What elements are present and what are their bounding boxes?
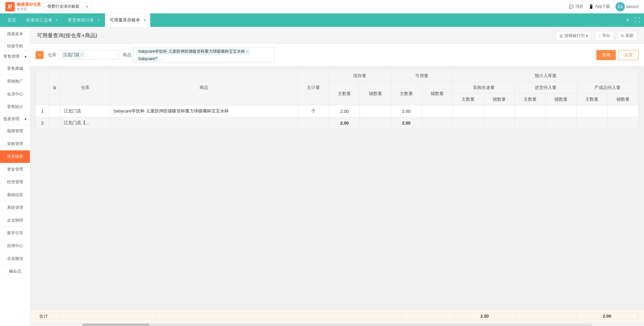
sidebar-item-finance-mgmt[interactable]: 资金管理 (0, 163, 30, 176)
sidebar-item-sys-mgmt[interactable]: 系统管理 (0, 201, 30, 214)
print-icon: 🖨 (559, 34, 563, 38)
sidebar-item-ops-mgmt[interactable]: 经营管理 (0, 176, 30, 189)
close-btn[interactable]: × (625, 16, 631, 25)
sidebar-label-retail-stats: 零售统计 (7, 104, 23, 110)
row-1-arrival-aux (546, 105, 577, 117)
th-purchase-in-group: 预计入库量 (453, 70, 639, 82)
th-purchase-in-sub: 采购在途量 (453, 82, 515, 94)
industry-label: 母婴行业演示账套 (47, 4, 79, 9)
maximize-btn[interactable]: ⛶ (633, 16, 641, 25)
row-2-production-aux (607, 117, 638, 129)
sidebar-item-app-center[interactable]: 应用中心 (0, 240, 30, 252)
filter-expand-btn[interactable]: » (36, 51, 44, 59)
sidebar-item-retail-mall[interactable]: 零售商城 (0, 62, 30, 75)
tab-receive-summary-close[interactable]: × (56, 18, 58, 22)
sidebar-item-new-guide[interactable]: 新手引导 (0, 227, 30, 240)
th-arrival-aux: 辅数量 (546, 94, 577, 105)
sidebar-item-marketing[interactable]: 营销推广 (0, 75, 30, 88)
sidebar-item-enterprise-wechat[interactable]: 企业微信 (0, 252, 30, 265)
sidebar-item-member-center[interactable]: 会员中心 (0, 88, 30, 101)
row-1-available-aux (422, 105, 452, 117)
th-production-aux: 辅数量 (607, 94, 638, 105)
row-2-settings (49, 117, 60, 129)
sidebar-item-vip-member[interactable]: 畅会员 (0, 265, 30, 278)
user-area[interactable]: Ea demo2 (615, 2, 639, 11)
row-1-arrival-main (515, 105, 545, 117)
sidebar-search-area: 搜索菜单 (0, 27, 30, 42)
sidebar-item-purchase-mgmt[interactable]: 采购管理 (0, 138, 30, 150)
tab-order-stats-close[interactable]: × (97, 18, 99, 22)
message-btn[interactable]: 💬 消息 (569, 4, 583, 9)
app-icon: 📱 (589, 4, 594, 9)
avatar: Ea (615, 2, 625, 11)
nav-tabs: 首页 收发存汇总表 × 要货单统计表 × 可用量库存账本 × × ⛶ (0, 13, 644, 27)
warehouse-tag-close[interactable]: × (80, 53, 83, 57)
tab-home-label: 首页 (7, 17, 16, 23)
row-1-unit: 个 (298, 105, 329, 117)
product-tag-1-close[interactable]: × (246, 50, 248, 53)
row-1-settings (49, 105, 60, 117)
sidebar-label-basic-info: 基础信息 (7, 192, 23, 198)
sidebar-label-wholesale-mgmt: 批发管理 (3, 116, 19, 122)
chevron-retail-mgmt: ▾ (24, 54, 26, 59)
content-area: 可用量查询(按仓库+商品) 🖨 按模板打印 ▾ ↑ 导出 ↻ 刷新 » (30, 27, 644, 326)
sidebar-label-purchase-mgmt: 采购管理 (7, 141, 23, 147)
th-production-sub: 产成品待入量 (577, 82, 639, 94)
row-2-available-aux (422, 117, 452, 129)
logo-icon: 好 (5, 2, 15, 11)
row-2-arrival-aux (546, 117, 577, 129)
row-2-stock-main: 2.00 (329, 117, 360, 129)
sidebar-section: 零售管理 ▾ 零售商城 营销推广 会员中心 零售统计 批发管理 ▾ 电商管理 (0, 51, 30, 278)
tab-available-stock[interactable]: 可用量库存账本 × (105, 13, 150, 27)
export-btn[interactable]: ↑ 导出 (595, 31, 614, 41)
tab-available-stock-close[interactable]: × (144, 18, 146, 22)
query-btn[interactable]: 查询 (596, 50, 616, 60)
row-2-available-main: 2.00 (391, 117, 422, 129)
row-1-purchase-aux (484, 105, 515, 117)
chevron-down-icon: ▾ (86, 4, 88, 9)
top-bar: 好 畅捷通好生意 标准版 母婴行业演示账套 ▾ 💬 消息 📱 App下载 Ea … (0, 0, 644, 13)
row-2-arrival-main (515, 117, 545, 129)
row-2-production-main (577, 117, 607, 129)
sidebar-item-basic-info[interactable]: 基础信息 (0, 189, 30, 201)
th-available-main: 主数量 (391, 82, 422, 105)
sidebar-label-enterprise-collab: 企业协同 (7, 218, 23, 223)
warehouse-label: 仓库 (48, 52, 56, 58)
row-1-stock-main: 2.00 (329, 105, 360, 117)
settings-btn[interactable]: 设置 (619, 50, 639, 60)
sidebar-item-ecommerce-mgmt[interactable]: 电商管理 (0, 125, 30, 138)
sidebar-label-finance-mgmt: 资金管理 (7, 167, 23, 172)
sidebar-label-retail-mgmt: 零售管理 (3, 54, 19, 59)
sidebar-label-marketing: 营销推广 (7, 79, 23, 84)
sidebar-item-inventory[interactable]: 库存核算 (0, 150, 30, 163)
quick-nav-btn[interactable]: 快捷导航 (0, 42, 30, 51)
tab-receive-summary[interactable]: 收发存汇总表 × (21, 13, 62, 27)
search-menu-btn[interactable]: 搜索菜单 (3, 30, 27, 39)
scrollbar-area (30, 323, 644, 326)
product-tag-2: babycare? (137, 56, 159, 61)
industry-selector[interactable]: 母婴行业演示账套 ▾ (44, 2, 91, 11)
export-icon: ↑ (599, 34, 601, 38)
refresh-btn[interactable]: ↻ 刷新 (617, 31, 637, 41)
template-print-btn[interactable]: 🖨 按模板打印 ▾ (555, 31, 592, 41)
product-input[interactable]: babycare学饮杯 儿童防摔防撞吸管杯重力球吸嘴杯宝宝水杯 × babyca… (133, 47, 274, 63)
th-purchase-main: 主数量 (453, 94, 484, 105)
sidebar-item-wholesale-mgmt[interactable]: 批发管理 ▾ (0, 113, 30, 125)
row-1-production-aux (607, 105, 638, 117)
product-tag-1: babycare学饮杯 儿童防摔防撞吸管杯重力球吸嘴杯宝宝水杯 × (137, 48, 250, 55)
settings-icon[interactable]: ⚙ (53, 85, 57, 90)
warehouse-input[interactable]: 江北门店 × ... (58, 50, 119, 59)
row-2-num: 2 (36, 117, 49, 129)
sidebar-item-retail-mgmt[interactable]: 零售管理 ▾ (0, 51, 30, 62)
sidebar-item-enterprise-collab[interactable]: 企业协同 (0, 214, 30, 227)
sidebar-label-app-center: 应用中心 (7, 243, 23, 249)
tab-home[interactable]: 首页 (3, 13, 21, 27)
data-table: ⚙ 仓库 商品 主计量 现存量 可用量 预计入库量 主数量 辅数量 主数量 辅数… (36, 70, 639, 129)
th-available-aux: 辅数量 (422, 82, 452, 105)
th-arrival-main: 主数量 (515, 94, 545, 105)
tab-order-stats[interactable]: 要货单统计表 × (63, 13, 104, 27)
scrollbar-thumb[interactable] (82, 324, 149, 326)
row-1-num: 1 (36, 105, 49, 117)
app-download-btn[interactable]: 📱 App下载 (589, 4, 610, 9)
sidebar-item-retail-stats[interactable]: 零售统计 (0, 101, 30, 113)
